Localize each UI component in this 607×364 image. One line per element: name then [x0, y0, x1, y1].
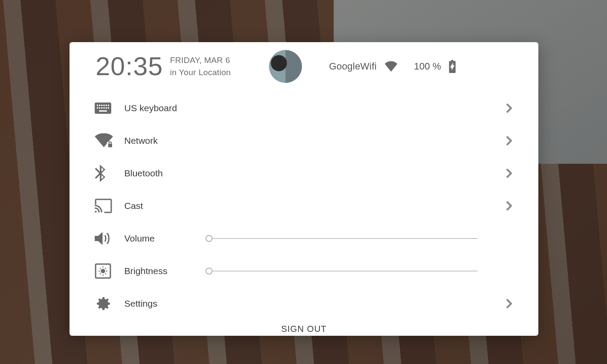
volume-row: Volume: [95, 222, 517, 255]
wifi-lock-icon: [95, 133, 124, 148]
network-row[interactable]: Network: [95, 124, 517, 157]
svg-rect-9: [101, 107, 103, 109]
svg-rect-15: [108, 144, 112, 147]
network-label: Network: [124, 136, 198, 146]
volume-label: Volume: [124, 233, 198, 244]
brightness-slider[interactable]: [209, 271, 478, 271]
date-block: FRIDAY, MAR 6 in Your Location: [170, 54, 231, 79]
settings-row[interactable]: Settings: [95, 287, 517, 320]
battery-percent: 100 %: [414, 61, 441, 72]
status-area: GoogleWifi 100 %: [329, 60, 456, 73]
battery-charging-icon: [449, 60, 456, 73]
wifi-name: GoogleWifi: [329, 61, 377, 72]
svg-point-17: [101, 269, 105, 273]
svg-rect-7: [97, 107, 98, 109]
avatar[interactable]: [269, 50, 302, 83]
volume-icon: [95, 231, 124, 246]
brightness-label: Brightness: [124, 266, 198, 276]
svg-rect-8: [99, 107, 100, 109]
gear-icon: [95, 295, 124, 312]
svg-rect-10: [103, 107, 105, 109]
brightness-row: Brightness: [95, 255, 517, 287]
clock-time: 20:35: [96, 53, 163, 79]
brightness-icon: [95, 263, 124, 279]
quick-settings-panel: 20:35 FRIDAY, MAR 6 in Your Location Goo…: [70, 42, 538, 336]
brightness-slider-thumb[interactable]: [206, 268, 212, 275]
bluetooth-row[interactable]: Bluetooth: [95, 157, 517, 189]
date-text: FRIDAY, MAR 6: [170, 54, 231, 67]
panel-header: 20:35 FRIDAY, MAR 6 in Your Location Goo…: [70, 42, 538, 87]
svg-rect-11: [106, 107, 107, 109]
svg-rect-13: [99, 110, 107, 112]
svg-line-23: [105, 273, 106, 274]
svg-rect-3: [101, 105, 103, 106]
bluetooth-icon: [95, 165, 124, 182]
chevron-right-icon: [506, 103, 512, 113]
settings-label: Settings: [124, 298, 198, 309]
volume-slider-thumb[interactable]: [206, 235, 212, 242]
chevron-right-icon: [506, 169, 512, 178]
svg-line-24: [105, 268, 106, 269]
svg-rect-12: [108, 107, 109, 109]
menu-list: US keyboard Network Bluetooth: [70, 87, 538, 320]
svg-line-25: [100, 273, 101, 274]
bluetooth-label: Bluetooth: [124, 168, 198, 179]
chevron-right-icon: [506, 201, 512, 211]
chevron-right-icon: [506, 136, 512, 146]
cast-icon: [95, 199, 124, 213]
svg-rect-4: [103, 105, 105, 106]
sign-out-button[interactable]: SIGN OUT: [70, 320, 538, 342]
wifi-icon: [385, 61, 398, 72]
svg-rect-1: [97, 105, 98, 106]
cast-row[interactable]: Cast: [95, 189, 517, 222]
location-text: in Your Location: [170, 66, 231, 79]
cast-label: Cast: [124, 201, 198, 211]
keyboard-label: US keyboard: [124, 103, 198, 113]
svg-rect-2: [99, 105, 100, 106]
volume-slider[interactable]: [209, 238, 478, 239]
chevron-right-icon: [506, 299, 512, 308]
svg-rect-6: [108, 105, 109, 106]
keyboard-icon: [95, 103, 124, 114]
keyboard-row[interactable]: US keyboard: [95, 92, 517, 124]
svg-rect-5: [106, 105, 107, 106]
svg-line-22: [100, 268, 101, 269]
